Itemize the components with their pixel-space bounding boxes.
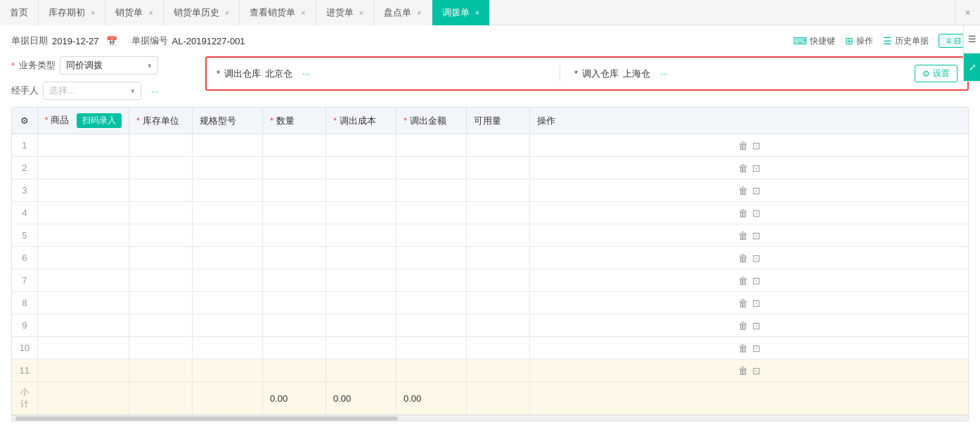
row-6-amount[interactable] <box>396 247 467 269</box>
row-8-product[interactable] <box>37 292 129 314</box>
tab-inventory-init[interactable]: 库存期初 × <box>39 0 105 25</box>
row-5-unit[interactable] <box>129 224 193 247</box>
tab-transfer[interactable]: 调拨单 × <box>432 0 490 25</box>
row-5-spec[interactable] <box>193 224 263 247</box>
tab-transfer-close[interactable]: × <box>475 8 479 17</box>
row-1-spec[interactable] <box>193 134 263 157</box>
copy-icon[interactable]: ⊡ <box>752 140 761 151</box>
row-5-amount[interactable] <box>396 224 467 247</box>
gear-icon[interactable]: ⚙ <box>20 115 29 126</box>
tab-view-sales[interactable]: 查看销货单 × <box>240 0 316 25</box>
delete-icon[interactable]: 🗑 <box>738 140 748 151</box>
row-8-amount[interactable] <box>396 292 467 314</box>
row-1-qty[interactable] <box>263 134 326 157</box>
row-8-cost[interactable] <box>326 292 396 314</box>
row-11-product[interactable] <box>37 359 129 382</box>
tab-view-sales-close[interactable]: × <box>301 8 305 17</box>
handler-more-button[interactable]: ··· <box>151 86 159 96</box>
row-10-cost[interactable] <box>326 337 396 359</box>
row-4-qty[interactable] <box>263 202 326 224</box>
row-11-spec[interactable] <box>193 359 263 382</box>
copy-icon[interactable]: ⊡ <box>752 253 761 264</box>
in-warehouse-more-button[interactable]: ··· <box>660 68 668 79</box>
delete-icon[interactable]: 🗑 <box>738 275 748 286</box>
row-7-qty[interactable] <box>263 269 326 292</box>
sidebar-expand-button[interactable]: ⤢ <box>964 53 980 82</box>
row-1-unit[interactable] <box>129 134 193 157</box>
row-9-unit[interactable] <box>129 314 193 337</box>
row-5-cost[interactable] <box>326 224 396 247</box>
tab-inventory-init-close[interactable]: × <box>91 8 95 17</box>
row-9-product[interactable] <box>37 314 129 337</box>
biz-type-dropdown[interactable]: 同价调拨 ▾ <box>60 56 158 75</box>
row-3-cost[interactable] <box>326 179 396 202</box>
row-4-spec[interactable] <box>193 202 263 224</box>
operation-button[interactable]: ⊞ 操作 <box>845 35 873 47</box>
row-2-qty[interactable] <box>263 157 326 179</box>
row-1-product[interactable] <box>37 134 129 157</box>
row-10-unit[interactable] <box>129 337 193 359</box>
tab-sales-order[interactable]: 销货单 × <box>105 0 163 25</box>
row-2-cost[interactable] <box>326 157 396 179</box>
delete-icon[interactable]: 🗑 <box>738 230 748 241</box>
row-8-spec[interactable] <box>193 292 263 314</box>
copy-icon[interactable]: ⊡ <box>752 320 761 331</box>
row-6-qty[interactable] <box>263 247 326 269</box>
row-8-unit[interactable] <box>129 292 193 314</box>
row-4-cost[interactable] <box>326 202 396 224</box>
row-7-product[interactable] <box>37 269 129 292</box>
row-9-qty[interactable] <box>263 314 326 337</box>
row-10-amount[interactable] <box>396 337 467 359</box>
tab-stocktake-close[interactable]: × <box>417 8 421 17</box>
handler-dropdown[interactable]: 选择... ▾ <box>43 82 141 100</box>
row-11-cost[interactable] <box>326 359 396 382</box>
tab-sales-history-close[interactable]: × <box>225 8 229 17</box>
row-3-product[interactable] <box>37 179 129 202</box>
shortcut-button[interactable]: ⌨ 快捷键 <box>793 35 835 47</box>
delete-icon[interactable]: 🗑 <box>738 163 748 174</box>
row-4-product[interactable] <box>37 202 129 224</box>
row-2-amount[interactable] <box>396 157 467 179</box>
copy-icon[interactable]: ⊡ <box>752 275 761 286</box>
row-4-amount[interactable] <box>396 202 467 224</box>
row-10-spec[interactable] <box>193 337 263 359</box>
delete-icon[interactable]: 🗑 <box>738 320 748 331</box>
row-9-cost[interactable] <box>326 314 396 337</box>
window-close-button[interactable]: × <box>955 0 980 25</box>
tab-purchase-order[interactable]: 进货单 × <box>316 0 374 25</box>
delete-icon[interactable]: 🗑 <box>738 343 748 354</box>
row-9-amount[interactable] <box>396 314 467 337</box>
copy-icon[interactable]: ⊡ <box>752 185 761 196</box>
row-9-spec[interactable] <box>193 314 263 337</box>
row-6-product[interactable] <box>37 247 129 269</box>
delete-icon[interactable]: 🗑 <box>738 365 748 376</box>
row-6-spec[interactable] <box>193 247 263 269</box>
row-1-amount[interactable] <box>396 134 467 157</box>
copy-icon[interactable]: ⊡ <box>752 208 761 219</box>
row-11-amount[interactable] <box>396 359 467 382</box>
copy-icon[interactable]: ⊡ <box>752 298 761 309</box>
copy-icon[interactable]: ⊡ <box>752 163 761 174</box>
horizontal-scrollbar[interactable] <box>12 415 968 421</box>
tab-sales-history[interactable]: 销货单历史 × <box>164 0 240 25</box>
row-7-amount[interactable] <box>396 269 467 292</box>
row-7-unit[interactable] <box>129 269 193 292</box>
sidebar-list-button[interactable]: ☰ <box>964 25 980 53</box>
row-10-qty[interactable] <box>263 337 326 359</box>
row-2-product[interactable] <box>37 157 129 179</box>
row-2-spec[interactable] <box>193 157 263 179</box>
tab-home[interactable]: 首页 <box>0 0 39 25</box>
delete-icon[interactable]: 🗑 <box>738 208 748 219</box>
history-button[interactable]: ☰ 历史单据 <box>883 35 929 47</box>
copy-icon[interactable]: ⊡ <box>752 230 761 241</box>
delete-icon[interactable]: 🗑 <box>738 298 748 309</box>
scrollbar-thumb[interactable] <box>15 416 398 421</box>
row-1-cost[interactable] <box>326 134 396 157</box>
row-3-amount[interactable] <box>396 179 467 202</box>
tab-sales-order-close[interactable]: × <box>148 8 153 17</box>
calendar-icon[interactable]: 📅 <box>106 36 117 46</box>
copy-icon[interactable]: ⊡ <box>752 365 761 376</box>
row-4-unit[interactable] <box>129 202 193 224</box>
row-2-unit[interactable] <box>129 157 193 179</box>
scan-button[interactable]: 扫码录入 <box>77 113 122 128</box>
